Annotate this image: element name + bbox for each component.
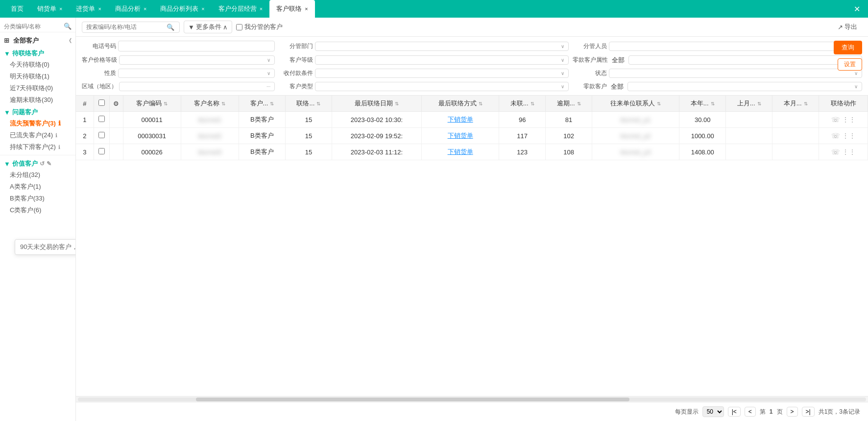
filter-customer-level-select[interactable]: ∨ xyxy=(315,55,568,65)
prev-page-btn[interactable]: < xyxy=(745,407,756,417)
export-btn[interactable]: ↗ 导出 xyxy=(833,21,862,33)
region-more[interactable]: ··· xyxy=(266,84,270,89)
sidebar-item-class-b[interactable]: B类客户(33) xyxy=(0,193,75,204)
col-contact[interactable]: 联络... ⇅ xyxy=(285,96,332,112)
query-button[interactable]: 查询 xyxy=(834,41,862,54)
cell-checkbox[interactable] xyxy=(94,144,109,160)
action-icon-contact[interactable]: ☏ xyxy=(831,116,840,124)
sidebar-item-overdue-pending[interactable]: 逾期未联络(30) xyxy=(0,94,75,106)
contact-method-link[interactable]: 下销货单 xyxy=(448,116,473,123)
filter-person-select[interactable]: ··· xyxy=(609,42,862,51)
cell-checkbox[interactable] xyxy=(94,128,109,144)
col-this-year[interactable]: 本年... ⇅ xyxy=(679,96,726,112)
tab-customer-tier[interactable]: 客户分层经营 × xyxy=(212,0,269,18)
filter-region-select[interactable]: ··· xyxy=(119,82,275,91)
next-page-btn[interactable]: > xyxy=(787,407,798,417)
price-level-chevron: ∨ xyxy=(267,57,270,63)
search-submit-icon[interactable]: 🔍 xyxy=(167,24,174,31)
tab-customer-contact[interactable]: 客户联络 × xyxy=(269,0,314,18)
sidebar-search-box[interactable]: 🔍 xyxy=(0,21,75,32)
tab-analysis-close[interactable]: × xyxy=(144,6,146,12)
filter-more-btn[interactable]: ▼ 更多条件 ∧ xyxy=(184,21,232,33)
sidebar-item-declining[interactable]: 持续下滑客户(2) ℹ xyxy=(0,141,75,153)
cell-checkbox[interactable] xyxy=(94,112,109,128)
cell-last-contact-method[interactable]: 下销货单 xyxy=(422,128,499,144)
col-type-sort: ⇅ xyxy=(270,101,274,106)
contact-method-link[interactable]: 下销货单 xyxy=(448,148,473,155)
action-icon-more[interactable]: ⋮⋮ xyxy=(842,132,856,140)
filter-status-field: 状态 ∨ xyxy=(573,69,862,78)
tab-sales-close[interactable]: × xyxy=(59,6,62,12)
tab-purchase[interactable]: 进货单 × xyxy=(69,0,108,18)
filter-price-level-select[interactable]: ∨ xyxy=(119,55,275,65)
row-checkbox-1[interactable] xyxy=(98,132,105,138)
my-customers-filter[interactable]: 我分管的客户 xyxy=(236,23,283,31)
sidebar-item-class-c[interactable]: C类客户(6) xyxy=(0,204,75,216)
action-icon-contact[interactable]: ☏ xyxy=(831,148,840,156)
filter-gender-select[interactable]: ∨ xyxy=(118,69,275,78)
action-icon-more[interactable]: ⋮⋮ xyxy=(842,116,856,124)
per-page-select[interactable]: 50 xyxy=(702,406,724,417)
sidebar-item-week-pending[interactable]: 近7天待联络(0) xyxy=(0,82,75,94)
scroll-thumb[interactable] xyxy=(196,397,629,401)
setting-button[interactable]: 设置 xyxy=(838,58,862,71)
last-page-btn[interactable]: >| xyxy=(802,407,815,417)
col-last-month[interactable]: 上月... ⇅ xyxy=(726,96,772,112)
col-this-month[interactable]: 本月... ⇅ xyxy=(772,96,819,112)
filter-status-select[interactable]: ∨ xyxy=(609,69,862,78)
select-all-checkbox[interactable] xyxy=(98,99,105,106)
sidebar-section-value[interactable]: ▼ 价值客户 ↺ ✎ xyxy=(0,157,75,169)
window-close-button[interactable]: ✕ xyxy=(850,4,864,14)
first-page-btn[interactable]: |< xyxy=(728,407,741,417)
col-code[interactable]: 客户编码 ⇅ xyxy=(123,96,181,112)
tab-analysis-list[interactable]: 商品分析列表 × xyxy=(153,0,211,18)
sidebar-item-class-a[interactable]: A类客户(1) xyxy=(0,181,75,193)
col-contact-person[interactable]: 往来单位联系人 ⇅ xyxy=(592,96,679,112)
col-type[interactable]: 客户... ⇅ xyxy=(239,96,285,112)
my-customers-checkbox[interactable] xyxy=(236,24,242,30)
col-last-contact-method[interactable]: 最后联络方式 ⇅ xyxy=(422,96,499,112)
row-checkbox-2[interactable] xyxy=(98,148,105,154)
value-section-refresh[interactable]: ↺ xyxy=(40,160,45,167)
filter-zero-customer-select[interactable]: ∨ xyxy=(627,82,862,91)
col-settings[interactable]: ⚙ xyxy=(109,96,123,112)
scroll-track[interactable] xyxy=(78,397,866,401)
tab-analysis[interactable]: 商品分析 × xyxy=(108,0,153,18)
horizontal-scrollbar[interactable] xyxy=(76,396,868,402)
tab-analysis-list-close[interactable]: × xyxy=(201,6,204,12)
row-checkbox-0[interactable] xyxy=(98,116,105,122)
sidebar-section-pending[interactable]: ▼ 待联络客户 xyxy=(0,47,75,59)
tab-customer-contact-close[interactable]: × xyxy=(305,6,308,12)
action-icon-more[interactable]: ⋮⋮ xyxy=(842,148,856,156)
contact-method-link[interactable]: 下销货单 xyxy=(448,132,473,139)
cell-last-contact-method[interactable]: 下销货单 xyxy=(422,144,499,160)
tab-purchase-close[interactable]: × xyxy=(98,6,101,12)
sidebar-item-churn-warning[interactable]: 流失预警客户(3) ℹ xyxy=(0,118,75,129)
col-name[interactable]: 客户名称 ⇅ xyxy=(181,96,239,112)
search-box[interactable]: 🔍 xyxy=(82,22,180,33)
search-input[interactable] xyxy=(86,24,165,30)
value-section-edit[interactable]: ✎ xyxy=(47,160,51,167)
action-icon-contact[interactable]: ☏ xyxy=(831,132,840,140)
cell-last-contact-method[interactable]: 下销货单 xyxy=(422,112,499,128)
col-overdue[interactable]: 逾期... ⇅ xyxy=(546,96,592,112)
filter-customer-type-select[interactable]: ∨ xyxy=(315,82,568,91)
sidebar-item-unclassified[interactable]: 未分组(32) xyxy=(0,169,75,181)
filter-zero-attr-select[interactable]: ∨ xyxy=(628,55,862,65)
col-last-contact-date[interactable]: 最后联络日期 ⇅ xyxy=(332,96,421,112)
col-checkbox[interactable] xyxy=(94,96,109,112)
sidebar-section-problem[interactable]: ▼ 问题客户 xyxy=(0,106,75,118)
sidebar-item-churned[interactable]: 已流失客户(24) ℹ xyxy=(0,129,75,141)
sidebar-all-customers[interactable]: ⊞ 全部客户 《 xyxy=(0,34,75,47)
sidebar-search-input[interactable] xyxy=(4,23,62,30)
sidebar-item-tomorrow-pending[interactable]: 明天待联络(1) xyxy=(0,71,75,82)
tab-sales[interactable]: 销货单 × xyxy=(30,0,69,18)
col-no-contact[interactable]: 未联... ⇅ xyxy=(499,96,546,112)
filter-phone-input[interactable] xyxy=(118,41,275,51)
tab-customer-tier-close[interactable]: × xyxy=(260,6,263,12)
sidebar-collapse-btn[interactable]: 《 xyxy=(66,37,72,45)
filter-dept-select[interactable]: ∨ xyxy=(315,42,568,51)
tab-home[interactable]: 首页 xyxy=(4,0,30,18)
filter-payment-select[interactable]: ∨ xyxy=(315,69,568,78)
sidebar-item-today-pending[interactable]: 今天待联络(0) xyxy=(0,59,75,71)
